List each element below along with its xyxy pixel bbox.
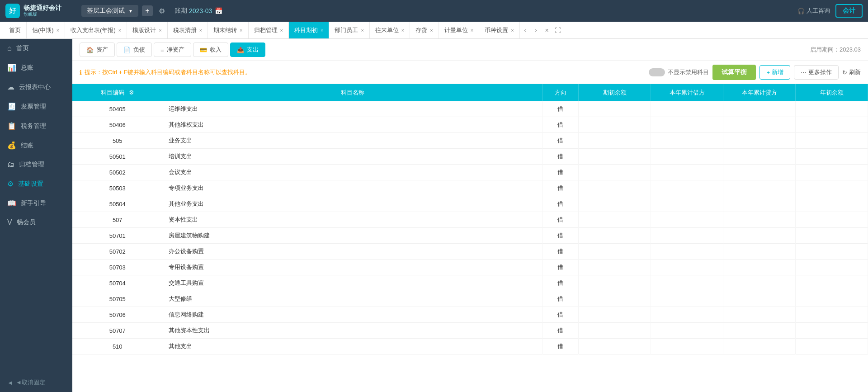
table-row[interactable]: 50702 办公设备购置 借 bbox=[72, 244, 868, 260]
cell-code: 50405 bbox=[72, 101, 163, 117]
cell-balance bbox=[579, 323, 651, 339]
sub-tab-liability[interactable]: 📄 负债 bbox=[117, 43, 152, 57]
table-row[interactable]: 505 业务支出 借 bbox=[72, 133, 868, 149]
tab-measure-unit[interactable]: 计量单位 × bbox=[439, 22, 479, 39]
sidebar-item-home[interactable]: ⌂ 首页 bbox=[0, 39, 72, 58]
tab-template[interactable]: 模版设计 × bbox=[127, 22, 167, 39]
table-row[interactable]: 50503 专项业务支出 借 bbox=[72, 180, 868, 196]
table-row[interactable]: 50707 其他资本性支出 借 bbox=[72, 323, 868, 339]
table-row[interactable]: 50701 房屋建筑物购建 借 bbox=[72, 228, 868, 244]
table-row[interactable]: 50501 培训支出 借 bbox=[72, 149, 868, 165]
cell-balance bbox=[579, 260, 651, 275]
table-row[interactable]: 510 其他支出 借 bbox=[72, 339, 868, 354]
table-row[interactable]: 507 资本性支出 借 bbox=[72, 212, 868, 228]
more-action-button[interactable]: ⋯ 更多操作 bbox=[794, 65, 839, 80]
sub-tab-expense[interactable]: 📤 支出 bbox=[230, 43, 265, 57]
cell-name: 房屋建筑物购建 bbox=[163, 228, 542, 244]
cell-credit bbox=[723, 165, 796, 180]
add-tab-button[interactable]: + bbox=[142, 5, 153, 16]
col-settings-icon[interactable]: ⚙ bbox=[129, 89, 134, 96]
table-row[interactable]: 50703 专用设备购置 借 bbox=[72, 260, 868, 275]
table-row[interactable]: 50504 其他业务支出 借 bbox=[72, 196, 868, 212]
tab-maximize-button[interactable]: ⛶ bbox=[552, 25, 563, 36]
tab-measure-unit-close[interactable]: × bbox=[471, 28, 473, 33]
table-row[interactable]: 50405 运维维支出 借 bbox=[72, 101, 868, 117]
col-header-balance: 期初余额 bbox=[579, 84, 651, 101]
tab-counterparty[interactable]: 往来单位 × bbox=[370, 22, 410, 39]
calendar-icon[interactable]: 📅 bbox=[215, 7, 222, 14]
cell-year bbox=[796, 149, 868, 165]
table-wrapper: 科目编码 ⚙ 科目名称 方向 期初余额 本年累计借方 本年累计贷方 年初余额 5… bbox=[72, 84, 868, 392]
settings-icon[interactable]: ⚙ bbox=[156, 5, 167, 16]
period-label: 账期 bbox=[175, 7, 187, 15]
sidebar-item-guide[interactable]: 📖 新手引导 bbox=[0, 194, 72, 213]
liability-icon: 📄 bbox=[123, 47, 131, 53]
tab-currency-close[interactable]: × bbox=[511, 28, 514, 33]
tab-archive[interactable]: 归档管理 × bbox=[249, 22, 289, 39]
sub-tab-income-label: 收入 bbox=[210, 46, 222, 54]
sidebar-item-tax-mgmt[interactable]: 📋 税务管理 bbox=[0, 116, 72, 136]
sub-tab-income[interactable]: 💳 收入 bbox=[193, 43, 228, 57]
cell-dir: 借 bbox=[542, 323, 579, 339]
tab-dept-staff-close[interactable]: × bbox=[361, 28, 363, 33]
tab-subject-period[interactable]: 科目期初 × bbox=[289, 22, 329, 39]
member-icon: V bbox=[7, 218, 12, 227]
tab-counterparty-close[interactable]: × bbox=[401, 28, 404, 33]
tab-subject-period-close[interactable]: × bbox=[321, 28, 323, 33]
sidebar-item-ledger[interactable]: 📊 总账 bbox=[0, 58, 72, 77]
company-selector[interactable]: 基层工会测试 ▼ bbox=[81, 5, 138, 17]
kuaiji-button[interactable]: 会计 bbox=[835, 4, 863, 18]
tab-counterparty-label: 往来单位 bbox=[375, 26, 399, 34]
cell-balance bbox=[579, 117, 651, 133]
table-row[interactable]: 50502 会议支出 借 bbox=[72, 165, 868, 180]
cell-year bbox=[796, 260, 868, 275]
cell-name: 运维维支出 bbox=[163, 101, 542, 117]
cell-credit bbox=[723, 323, 796, 339]
sidebar-collapse-button[interactable]: ◄ ◄取消固定 bbox=[0, 373, 72, 392]
tab-interim-close[interactable]: × bbox=[57, 28, 59, 33]
calc-balance-button[interactable]: 试算平衡 bbox=[712, 65, 756, 80]
sub-tab-asset-label: 资产 bbox=[96, 46, 108, 54]
tab-period-close-close[interactable]: × bbox=[240, 28, 242, 33]
sub-tab-net-asset[interactable]: ≡ 净资产 bbox=[154, 43, 191, 57]
tab-inventory[interactable]: 存货 × bbox=[410, 22, 439, 39]
service-button[interactable]: 🎧 人工咨询 bbox=[797, 7, 830, 15]
table-row[interactable]: 50406 其他维权支出 借 bbox=[72, 117, 868, 133]
tab-income[interactable]: 收入支出表(年报) × bbox=[65, 22, 127, 39]
sidebar-item-archive-mgmt[interactable]: 🗂 归档管理 bbox=[0, 155, 72, 174]
sidebar-item-invoice[interactable]: 🧾 发票管理 bbox=[0, 97, 72, 116]
sidebar-guide-label: 新手引导 bbox=[21, 199, 46, 208]
table-row[interactable]: 50706 信息网络购建 借 bbox=[72, 307, 868, 323]
tab-currency-label: 币种设置 bbox=[485, 26, 508, 34]
table-row[interactable]: 50705 大型修缮 借 bbox=[72, 291, 868, 307]
tab-tax-close[interactable]: × bbox=[199, 28, 202, 33]
col-header-code: 科目编码 ⚙ bbox=[72, 84, 163, 101]
tab-close-all-button[interactable]: × bbox=[542, 25, 552, 36]
sidebar-item-settlement[interactable]: 💰 结账 bbox=[0, 136, 72, 155]
sidebar-item-cloud-report[interactable]: ☁ 云报表中心 bbox=[0, 77, 72, 97]
tab-bar: 首页 估(中期) × 收入支出表(年报) × 模版设计 × 税表清册 × 期末结… bbox=[0, 22, 868, 39]
tab-dept-staff[interactable]: 部门员工 × bbox=[329, 22, 369, 39]
tab-prev-button[interactable]: ‹ bbox=[520, 25, 531, 36]
tab-home[interactable]: 首页 bbox=[4, 22, 27, 39]
tab-next-button[interactable]: › bbox=[531, 25, 542, 36]
table-row[interactable]: 50704 交通工具购置 借 bbox=[72, 275, 868, 291]
invoice-icon: 🧾 bbox=[7, 102, 16, 111]
refresh-button[interactable]: ↻ 刷新 bbox=[842, 68, 861, 76]
more-dots-icon: ⋯ bbox=[801, 69, 807, 76]
tab-archive-close[interactable]: × bbox=[280, 28, 283, 33]
tab-income-close[interactable]: × bbox=[118, 28, 121, 33]
sub-tab-asset[interactable]: 🏠 资产 bbox=[80, 43, 115, 57]
tab-tax[interactable]: 税表清册 × bbox=[168, 22, 208, 39]
tab-period-close[interactable]: 期末结转 × bbox=[208, 22, 248, 39]
tab-currency[interactable]: 币种设置 × bbox=[479, 22, 519, 39]
cell-balance bbox=[579, 307, 651, 323]
cell-dir: 借 bbox=[542, 165, 579, 180]
tab-template-close[interactable]: × bbox=[159, 28, 161, 33]
tab-interim[interactable]: 估(中期) × bbox=[27, 22, 65, 39]
tab-inventory-close[interactable]: × bbox=[430, 28, 433, 33]
toggle-disabled-switch[interactable] bbox=[649, 68, 665, 76]
sidebar-item-basic-settings[interactable]: ⚙ 基础设置 bbox=[0, 174, 72, 194]
sidebar-item-member[interactable]: V 畅会员 bbox=[0, 213, 72, 232]
add-button[interactable]: + 新增 bbox=[760, 65, 790, 80]
